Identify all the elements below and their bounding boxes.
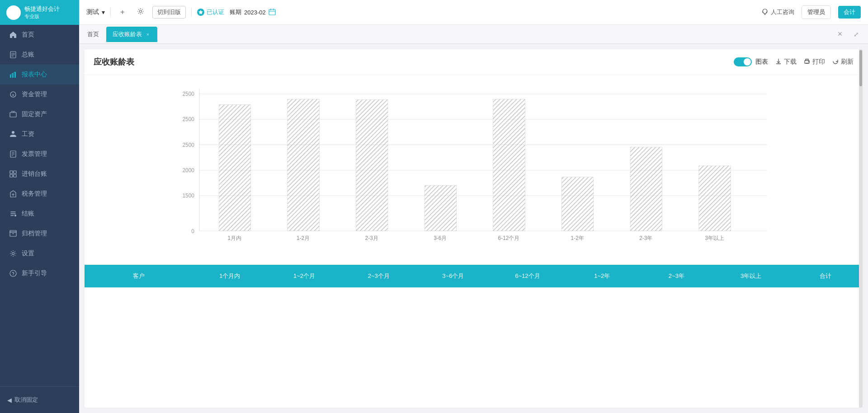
- th-3year-plus: 3年以上: [714, 267, 788, 286]
- svg-text:1-2月: 1-2月: [297, 235, 310, 241]
- svg-text:2500: 2500: [183, 91, 195, 97]
- svg-text:2-3月: 2-3月: [365, 235, 378, 241]
- print-btn[interactable]: 打印: [804, 58, 825, 66]
- svg-rect-6: [12, 73, 14, 78]
- svg-rect-29: [269, 9, 275, 15]
- tab-close-btn[interactable]: ×: [145, 31, 151, 38]
- certified-icon: [197, 9, 204, 16]
- company-name: 测试: [86, 8, 99, 16]
- cancel-fixed-btn[interactable]: ◀ 取消固定: [0, 391, 79, 408]
- svg-point-25: [12, 253, 14, 255]
- th-customer: 客户: [85, 267, 193, 286]
- sidebar-item-capital[interactable]: ¥ 资金管理: [0, 84, 79, 104]
- th-1-2year: 1~2年: [565, 267, 639, 286]
- th-2-3month: 2~3个月: [341, 267, 416, 286]
- sidebar-item-settings[interactable]: 设置: [0, 244, 79, 263]
- svg-rect-18: [14, 174, 16, 177]
- settle-icon: [9, 210, 17, 218]
- logo-text: 畅捷通好会计 专业版: [24, 5, 60, 19]
- svg-point-21: [14, 215, 16, 216]
- salary-icon: [9, 130, 17, 138]
- tab-home[interactable]: 首页: [81, 27, 105, 42]
- report-title: 应收账龄表: [94, 56, 134, 67]
- content-area: 应收账龄表 图表 下载: [79, 44, 868, 413]
- svg-text:6-12个月: 6-12个月: [498, 235, 520, 241]
- report-actions: 图表 下载: [734, 57, 854, 66]
- tax-icon: [9, 190, 17, 198]
- sidebar-item-stock[interactable]: 进销台账: [0, 164, 79, 184]
- old-version-btn[interactable]: 切到旧版: [152, 6, 186, 19]
- expand-btn[interactable]: ⤢: [850, 28, 863, 41]
- main-area: 测试 ▾ + 切到旧版 已认证: [79, 0, 868, 413]
- bar-1-2year: [562, 177, 594, 231]
- topbar-divider-2: [191, 8, 192, 17]
- svg-text:¥: ¥: [12, 93, 14, 97]
- topbar: 测试 ▾ + 切到旧版 已认证: [79, 0, 868, 25]
- period-selector[interactable]: 账期 2023-02: [230, 8, 276, 17]
- svg-text:3-6月: 3-6月: [434, 235, 447, 241]
- ledger-icon: [9, 51, 17, 59]
- user-btn[interactable]: 管理员: [802, 5, 831, 19]
- report-icon: [9, 70, 17, 79]
- svg-rect-23: [10, 230, 16, 232]
- sidebar-logo: 畅捷通好会计 专业版: [0, 0, 79, 25]
- sidebar: 畅捷通好会计 专业版 首页 总账: [0, 0, 79, 413]
- svg-rect-7: [14, 72, 16, 78]
- svg-text:2-3年: 2-3年: [639, 235, 652, 241]
- svg-text:1月内: 1月内: [228, 235, 242, 241]
- download-icon: [775, 58, 782, 66]
- th-6-12month: 6~12个月: [491, 267, 565, 286]
- th-1-2month: 1~2个月: [267, 267, 342, 286]
- chart-svg: 2500 2500 2500 2000 1500 0: [94, 84, 854, 260]
- vertical-scrollbar[interactable]: [859, 49, 863, 408]
- expand-icon: ⤢: [854, 31, 859, 38]
- archive-icon: [9, 230, 17, 238]
- support-btn[interactable]: 人工咨询: [761, 8, 794, 17]
- sidebar-item-tax[interactable]: 税务管理: [0, 184, 79, 204]
- chart-area: 2500 2500 2500 2000 1500 0: [85, 75, 863, 265]
- svg-rect-5: [10, 75, 11, 78]
- svg-rect-16: [14, 171, 16, 174]
- pin-icon: ◀: [7, 397, 12, 404]
- close-window-btn[interactable]: ×: [834, 28, 846, 41]
- svg-text:2000: 2000: [183, 167, 195, 174]
- svg-rect-17: [10, 174, 13, 177]
- scrollbar-thumb[interactable]: [859, 50, 862, 86]
- tabbar: 首页 应收账龄表 × × ⤢: [79, 25, 868, 44]
- sidebar-item-invoice[interactable]: 发票管理: [0, 144, 79, 164]
- svg-point-28: [140, 10, 142, 13]
- headset-icon: [761, 8, 769, 17]
- calendar-icon[interactable]: [269, 8, 276, 17]
- topbar-divider-1: [110, 8, 111, 17]
- bar-3year-plus: [699, 166, 731, 231]
- sidebar-item-ledger[interactable]: 总账: [0, 45, 79, 65]
- dropdown-icon: ▾: [102, 9, 105, 16]
- chart-toggle: 图表: [734, 57, 768, 66]
- sidebar-item-settle[interactable]: 结账: [0, 204, 79, 224]
- tab-aging[interactable]: 应收账龄表 ×: [106, 27, 157, 42]
- add-company-btn[interactable]: +: [116, 6, 129, 19]
- settings-btn[interactable]: [134, 6, 147, 19]
- accountant-btn[interactable]: 会计: [838, 6, 861, 19]
- company-selector[interactable]: 测试 ▾: [86, 8, 105, 16]
- toggle-switch[interactable]: [734, 57, 752, 66]
- print-icon: [804, 58, 810, 66]
- sidebar-item-archive[interactable]: 归档管理: [0, 224, 79, 244]
- bar-1-2month: [288, 99, 319, 231]
- invoice-icon: [9, 150, 17, 158]
- sidebar-item-assets[interactable]: 固定资产: [0, 104, 79, 124]
- bar-2-3year: [630, 147, 662, 231]
- svg-text:3年以上: 3年以上: [705, 235, 724, 241]
- sidebar-item-guide[interactable]: 新手引导: [0, 263, 79, 283]
- sidebar-item-report[interactable]: 报表中心: [0, 65, 79, 84]
- bar-6-12month: [493, 99, 525, 231]
- certified-badge: 已认证: [197, 8, 224, 16]
- download-btn[interactable]: 下载: [775, 58, 797, 66]
- sidebar-item-salary[interactable]: 工资: [0, 124, 79, 144]
- sidebar-scroll: 首页 总账: [0, 25, 79, 386]
- assets-icon: [9, 110, 17, 118]
- close-icon: ×: [838, 29, 843, 39]
- refresh-btn[interactable]: 刷新: [832, 58, 854, 66]
- topbar-right: 人工咨询 管理员 会计: [761, 5, 861, 19]
- sidebar-item-home[interactable]: 首页: [0, 25, 79, 45]
